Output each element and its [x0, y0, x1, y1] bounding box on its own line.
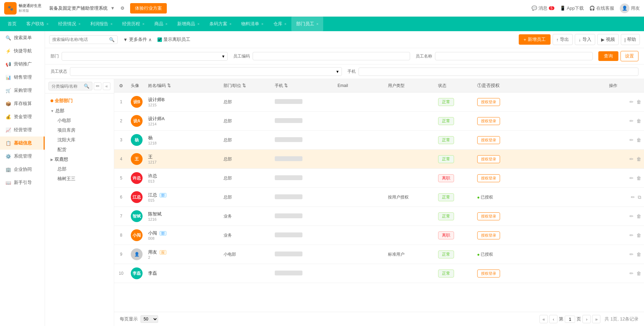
phone-input[interactable] — [359, 68, 639, 76]
edit-button[interactable]: ✏ — [629, 137, 634, 143]
query-button[interactable]: 查询 — [598, 51, 618, 61]
delete-button[interactable]: 🗑 — [636, 118, 641, 124]
edit-button[interactable]: ✏ — [629, 156, 634, 162]
sidebar-item-marketing[interactable]: 📢 营销推广 — [0, 58, 45, 71]
prev-page-button[interactable]: ‹ — [549, 315, 557, 323]
tab-profit[interactable]: 利润报告 × — [85, 17, 117, 31]
delete-button[interactable]: 🗑 — [636, 213, 641, 219]
tab-new-goods[interactable]: 新增商品 × — [172, 17, 204, 31]
message-button[interactable]: 💬 消息 5 — [532, 5, 554, 11]
dept-select[interactable]: ▾ — [62, 52, 228, 61]
auth-button[interactable]: 授权登录 — [477, 231, 500, 239]
delete-button[interactable]: 🗑 — [636, 175, 641, 181]
online-service-button[interactable]: 🎧 在线客服 — [589, 5, 614, 11]
auth-button[interactable]: 授权登录 — [477, 98, 500, 106]
tab-barcode[interactable]: 条码方案 × — [205, 17, 236, 31]
edit-button[interactable]: ✏ — [629, 99, 634, 105]
close-employee-tab[interactable]: × — [316, 22, 318, 26]
add-employee-button[interactable]: + 新增员工 — [519, 34, 551, 45]
close-history-tab[interactable]: × — [142, 22, 144, 26]
sidebar-item-purchase[interactable]: 🛒 采购管理 — [0, 84, 45, 97]
edit-button[interactable]: ✏ — [629, 232, 634, 238]
col-dept-header[interactable]: 部门/职位 ⇅ — [221, 79, 272, 92]
tab-warehouse[interactable]: 仓库 × — [269, 17, 291, 31]
edit-button[interactable]: ✏ — [629, 252, 634, 257]
search-submit-icon[interactable]: 🔍 — [109, 37, 115, 42]
edit-button[interactable]: ✏ — [629, 118, 634, 124]
auth-button[interactable]: 授权登录 — [477, 155, 500, 163]
auth-button[interactable]: 授权登录 — [477, 174, 500, 182]
auth-button[interactable]: 授权登录 — [477, 136, 500, 144]
tab-operation[interactable]: 经营情况 × — [53, 17, 85, 31]
setting-button[interactable]: 设置 — [620, 51, 638, 61]
tab-employee[interactable]: 部门员工 × — [291, 17, 323, 31]
delete-button[interactable]: 🗑 — [636, 252, 641, 257]
sidebar-item-guide[interactable]: 📖 新手引导 — [0, 176, 45, 189]
tree-edit-button[interactable]: ✏ — [94, 82, 101, 90]
tree-child-xiaodian[interactable]: 小电部 — [48, 116, 111, 125]
tree-node-shuanglu[interactable]: ▶ 双鹿想 — [48, 155, 111, 164]
help-button[interactable]: | 帮助 — [621, 34, 640, 45]
user-area[interactable]: 👤 用友 — [620, 3, 640, 13]
tree-child-project[interactable]: 项目库房 — [48, 125, 111, 135]
close-new-goods-tab[interactable]: × — [197, 22, 199, 26]
app-download-button[interactable]: 📱 App下载 — [560, 5, 584, 11]
close-operation-tab[interactable]: × — [78, 22, 80, 26]
dropdown-icon[interactable]: ▼ — [110, 6, 115, 11]
search-input[interactable] — [52, 37, 108, 42]
tree-child-shenyang[interactable]: 沈阳大库 — [48, 135, 111, 145]
tab-customer[interactable]: 客户联络 × — [21, 17, 53, 31]
close-goods-tab[interactable]: × — [165, 22, 167, 26]
sidebar-item-basic[interactable]: 📋 基础信息 — [0, 136, 45, 150]
sidebar-item-system[interactable]: ⚙️ 系统管理 — [0, 150, 45, 163]
edit-button[interactable]: ✏ — [629, 175, 634, 181]
close-warehouse-tab[interactable]: × — [284, 22, 287, 26]
sidebar-item-inventory[interactable]: 📦 库存核算 — [0, 97, 45, 110]
sidebar-item-sales[interactable]: 📊 销售管理 — [0, 71, 45, 84]
export-button[interactable]: ↑ 导出 — [553, 34, 573, 45]
delete-button[interactable]: 🗑 — [636, 156, 641, 162]
emp-name-input[interactable] — [435, 52, 593, 60]
import-button[interactable]: ↓ 导入 — [575, 34, 595, 45]
tree-node-corp[interactable]: ▼ 总部 — [48, 106, 111, 116]
auth-button[interactable]: 授权登录 — [477, 212, 500, 220]
tree-search-input[interactable] — [52, 84, 82, 89]
edit-button[interactable]: ✏ — [629, 213, 634, 219]
sidebar-item-finance[interactable]: 💰 资金管理 — [0, 110, 45, 123]
tree-child-nanshu[interactable]: 楠树王三 — [48, 174, 111, 184]
sidebar-item-operation[interactable]: 📈 经营管理 — [0, 123, 45, 136]
page-size-select[interactable]: 50 100 200 — [140, 315, 158, 323]
view-button[interactable]: ▶ 视频 — [597, 34, 619, 45]
last-page-button[interactable]: » — [592, 315, 600, 323]
more-filter-button[interactable]: ▼ 更多条件 ∧ — [120, 35, 155, 44]
show-resigned-checkbox[interactable]: 显示离职员工 — [157, 36, 190, 43]
status-select[interactable]: ▾ — [70, 67, 342, 76]
auth-button[interactable]: 授权登录 — [477, 117, 500, 125]
col-settings-icon[interactable]: ⚙ — [119, 83, 123, 88]
delete-button[interactable]: 🗑 — [636, 232, 641, 238]
close-material-tab[interactable]: × — [261, 22, 263, 26]
tab-home[interactable]: 首页 — [3, 17, 21, 31]
col-phone-header[interactable]: 手机 ⇅ — [272, 79, 335, 92]
page-number-input[interactable] — [565, 316, 575, 323]
auth-button[interactable]: 授权登录 — [477, 270, 500, 277]
tree-all-depts[interactable]: 全部部门 — [48, 96, 111, 106]
close-customer-tab[interactable]: × — [46, 22, 48, 26]
close-profit-tab[interactable]: × — [110, 22, 112, 26]
tree-collapse-button[interactable]: « — [103, 82, 110, 90]
delete-button[interactable]: 🗑 — [636, 271, 641, 276]
edit-button[interactable]: ✏ — [631, 194, 635, 200]
sidebar-item-search[interactable]: 🔍 搜索菜单 — [0, 31, 45, 44]
close-barcode-tab[interactable]: × — [229, 22, 232, 26]
col-name-header[interactable]: 姓名/编码 ⇅ — [145, 79, 221, 92]
sidebar-item-quicknav[interactable]: ⚡ 快捷导航 — [0, 44, 45, 58]
trial-button[interactable]: 体验行业方案 — [130, 3, 167, 14]
tree-child-zongbu[interactable]: 总部 — [48, 164, 111, 174]
tree-search-icon[interactable]: 🔍 — [84, 83, 89, 89]
edit-button[interactable]: ✏ — [629, 271, 634, 276]
delete-button[interactable]: 🗑 — [636, 99, 641, 105]
system-settings-icon[interactable]: ⚙ — [118, 3, 127, 13]
sidebar-item-corp[interactable]: 🏢 企业协同 — [0, 163, 45, 176]
emp-code-input[interactable] — [253, 52, 410, 60]
delete-button[interactable]: 🗑 — [636, 137, 641, 143]
